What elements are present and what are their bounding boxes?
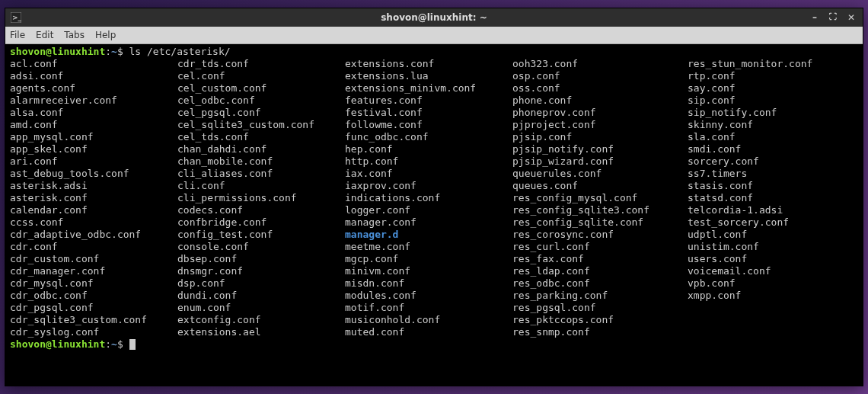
- ls-entry: cel_sqlite3_custom.conf: [177, 119, 345, 131]
- menu-help[interactable]: Help: [95, 30, 116, 40]
- svg-text:>_: >_: [12, 14, 21, 21]
- ls-entry: res_odbc.conf: [512, 277, 688, 290]
- ls-entry: amd.conf: [10, 119, 177, 131]
- ls-entry: acl.conf: [10, 58, 177, 70]
- ls-entry: pjsip.conf: [512, 131, 688, 143]
- ls-entry: iax.conf: [345, 168, 512, 180]
- ls-entry: cdr_manager.conf: [10, 265, 177, 277]
- ls-entry: cdr_mysql.conf: [10, 277, 177, 290]
- menu-tabs[interactable]: Tabs: [64, 30, 85, 40]
- ls-entry: oss.conf: [512, 82, 688, 94]
- ls-entry: cel_tds.conf: [177, 131, 345, 143]
- prompt-colon: :: [105, 46, 111, 57]
- ls-entry: cel.conf: [177, 70, 345, 82]
- ls-entry: telcordia-1.adsi: [688, 204, 858, 216]
- ls-entry: pjsip_notify.conf: [512, 143, 688, 155]
- ls-entry: sorcery.conf: [688, 155, 858, 168]
- ls-entry: dsp.conf: [177, 277, 345, 290]
- ls-entry: alsa.conf: [10, 107, 177, 119]
- menu-file[interactable]: File: [10, 30, 25, 40]
- ls-entry: phone.conf: [512, 94, 688, 107]
- ls-entry: enum.conf: [177, 302, 345, 314]
- ls-entry: users.conf: [688, 253, 858, 265]
- ls-entry: res_parking.conf: [512, 290, 688, 302]
- ls-entry: dbsep.conf: [177, 253, 345, 265]
- ls-entry: ccss.conf: [10, 216, 177, 229]
- ls-entry: xmpp.conf: [688, 290, 858, 302]
- ls-entry: features.conf: [345, 94, 512, 107]
- prompt-path: ~: [111, 338, 117, 350]
- ls-entry: manager.conf: [345, 216, 512, 229]
- prompt-path: ~: [111, 46, 117, 57]
- terminal-window: >_ shovon@linuxhint: ~ – ⛶ ✕ File Edit T…: [5, 8, 863, 386]
- prompt-dollar: $: [117, 338, 129, 350]
- ls-entry: extensions.ael: [177, 326, 345, 338]
- ls-entry: cli_permissions.conf: [177, 192, 345, 204]
- ls-entry: mgcp.conf: [345, 253, 512, 265]
- ls-entry: extconfig.conf: [177, 314, 345, 326]
- ls-entry: http.conf: [345, 155, 512, 168]
- ls-entry: followme.conf: [345, 119, 512, 131]
- menu-edit[interactable]: Edit: [36, 30, 53, 40]
- ls-entry: res_config_mysql.conf: [512, 192, 688, 204]
- ls-entry: chan_mobile.conf: [177, 155, 345, 168]
- ls-entry: chan_dahdi.conf: [177, 143, 345, 155]
- ls-entry: res_snmp.conf: [512, 326, 688, 338]
- ls-entry: res_curl.conf: [512, 241, 688, 253]
- ls-entry: unistim.conf: [688, 241, 858, 253]
- ls-entry: adsi.conf: [10, 70, 177, 82]
- ls-entry: [688, 326, 858, 338]
- ls-entry: say.conf: [688, 82, 858, 94]
- ls-entry: queuerules.conf: [512, 168, 688, 180]
- ls-entry: test_sorcery.conf: [688, 216, 858, 229]
- ls-entry: sla.conf: [688, 131, 858, 143]
- ls-entry: pjsip_wizard.conf: [512, 155, 688, 168]
- ls-entry: cel_custom.conf: [177, 82, 345, 94]
- ls-entry: muted.conf: [345, 326, 512, 338]
- ls-entry: cdr.conf: [10, 241, 177, 253]
- close-button[interactable]: ✕: [846, 12, 857, 23]
- ls-entry: extensions_minivm.conf: [345, 82, 512, 94]
- ls-entry: rtp.conf: [688, 70, 858, 82]
- ls-entry: dundi.conf: [177, 290, 345, 302]
- ls-entry: dnsmgr.conf: [177, 265, 345, 277]
- ls-entry: skinny.conf: [688, 119, 858, 131]
- ls-entry: misdn.conf: [345, 277, 512, 290]
- ls-entry: extensions.conf: [345, 58, 512, 70]
- ls-entry: manager.d: [345, 229, 512, 241]
- ls-entry: indications.conf: [345, 192, 512, 204]
- maximize-button[interactable]: ⛶: [828, 12, 838, 23]
- ls-entry: app_mysql.conf: [10, 131, 177, 143]
- ls-entry: cli_aliases.conf: [177, 168, 345, 180]
- terminal-body[interactable]: shovon@linuxhint:~$ ls /etc/asterisk/ ac…: [5, 44, 863, 386]
- ls-entry: phoneprov.conf: [512, 107, 688, 119]
- ls-entry: cdr_custom.conf: [10, 253, 177, 265]
- prompt-user-host: shovon@linuxhint: [10, 46, 105, 57]
- ls-entry: udptl.conf: [688, 229, 858, 241]
- window-title: shovon@linuxhint: ~: [381, 12, 487, 23]
- ls-entry: [688, 314, 858, 326]
- ls-entry: minivm.conf: [345, 265, 512, 277]
- prompt-user-host: shovon@linuxhint: [10, 338, 105, 350]
- ls-entry: modules.conf: [345, 290, 512, 302]
- ls-entry: stasis.conf: [688, 180, 858, 192]
- prompt-dollar: $: [117, 46, 129, 57]
- ls-entry: pjproject.conf: [512, 119, 688, 131]
- ls-entry: ast_debug_tools.conf: [10, 168, 177, 180]
- ls-entry: cel_odbc.conf: [177, 94, 345, 107]
- ls-entry: cdr_tds.conf: [177, 58, 345, 70]
- ls-entry: res_fax.conf: [512, 253, 688, 265]
- ls-entry: osp.conf: [512, 70, 688, 82]
- ls-entry: agents.conf: [10, 82, 177, 94]
- ls-entry: calendar.conf: [10, 204, 177, 216]
- prompt-line-2: shovon@linuxhint:~$: [10, 338, 858, 351]
- ls-entry: console.conf: [177, 241, 345, 253]
- ls-entry: config_test.conf: [177, 229, 345, 241]
- ls-entry: voicemail.conf: [688, 265, 858, 277]
- titlebar[interactable]: >_ shovon@linuxhint: ~ – ⛶ ✕: [5, 8, 863, 27]
- ls-entry: res_pgsql.conf: [512, 302, 688, 314]
- ls-entry: res_stun_monitor.conf: [688, 58, 858, 70]
- command-text: ls /etc/asterisk/: [129, 46, 231, 57]
- minimize-button[interactable]: –: [809, 12, 820, 23]
- ls-entry: cel_pgsql.conf: [177, 107, 345, 119]
